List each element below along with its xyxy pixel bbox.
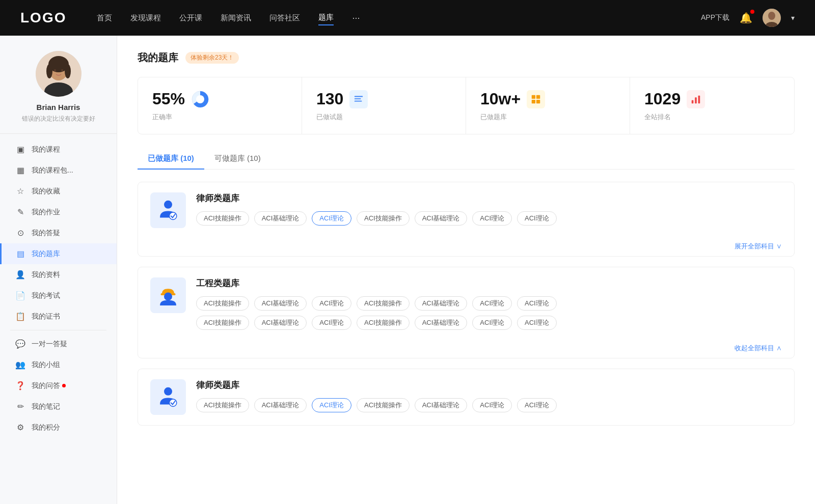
question-icon: ❓	[15, 381, 25, 390]
tag-active[interactable]: ACI理论	[312, 211, 351, 226]
grid-icon	[527, 90, 545, 108]
tag[interactable]: ACI基础理论	[415, 296, 468, 311]
tab-todo[interactable]: 可做题库 (10)	[204, 149, 271, 170]
tag[interactable]: ACI技能操作	[196, 296, 249, 311]
tag-active[interactable]: ACI理论	[312, 398, 351, 412]
tag[interactable]: ACI理论	[517, 398, 557, 412]
sidebar-item-label: 我的小组	[32, 360, 60, 370]
sidebar-item-certificate[interactable]: 📋 我的证书	[0, 306, 117, 327]
nav-discover[interactable]: 发现课程	[130, 11, 161, 25]
svg-point-27	[164, 387, 172, 396]
tag[interactable]: ACI基础理论	[254, 296, 307, 311]
tag[interactable]: ACI技能操作	[196, 316, 249, 330]
tag-row-1: ACI技能操作 ACI基础理论 ACI理论 ACI技能操作 ACI基础理论 AC…	[196, 296, 782, 311]
svg-point-23	[164, 201, 172, 209]
notification-dot	[62, 384, 66, 387]
topic-card-inner: 工程类题库 ACI技能操作 ACI基础理论 ACI理论 ACI技能操作 ACI基…	[138, 267, 794, 340]
sidebar-item-label: 我的问答	[32, 381, 60, 390]
sidebar-item-label: 我的课程包...	[32, 166, 73, 175]
svg-point-28	[169, 399, 176, 406]
user-name: Brian Harris	[0, 103, 117, 111]
stat-done-questions: 130 已做试题	[302, 77, 466, 134]
logo[interactable]: LOGO	[20, 10, 66, 26]
app-download-button[interactable]: APP下载	[701, 13, 729, 22]
tag[interactable]: ACI基础理论	[254, 398, 307, 412]
lawyer-icon-2	[150, 379, 186, 415]
sidebar: Brian Harris 错误的决定比没有决定要好 ▣ 我的课程 ▦ 我的课程包…	[0, 36, 117, 504]
svg-rect-16	[532, 95, 535, 98]
group-icon: 👥	[15, 360, 25, 370]
stat-label: 正确率	[152, 113, 287, 122]
tag[interactable]: ACI理论	[517, 316, 557, 330]
expand-link[interactable]: 展开全部科目 ∨	[735, 242, 782, 250]
sidebar-item-label: 我的收藏	[32, 187, 60, 196]
tab-done[interactable]: 已做题库 (10)	[138, 149, 204, 170]
nav-home[interactable]: 首页	[97, 11, 112, 25]
nav-more[interactable]: ···	[352, 13, 360, 23]
tag[interactable]: ACI理论	[517, 296, 557, 311]
trial-badge: 体验剩余23天！	[185, 52, 239, 64]
user-avatar-header[interactable]	[763, 9, 781, 27]
tag[interactable]: ACI理论	[472, 398, 512, 412]
tag[interactable]: ACI基础理论	[254, 211, 307, 226]
tag[interactable]: ACI技能操作	[357, 211, 410, 226]
bell-icon[interactable]: 🔔	[740, 12, 752, 24]
tag[interactable]: ACI理论	[472, 316, 512, 330]
nav-qa[interactable]: 问答社区	[269, 11, 300, 25]
stat-top: 55%	[152, 90, 287, 108]
topic-content: 律师类题库 ACI技能操作 ACI基础理论 ACI理论 ACI技能操作 ACI基…	[196, 192, 782, 226]
stat-accuracy: 55% 正确率	[138, 77, 302, 134]
tag[interactable]: ACI技能操作	[196, 398, 249, 412]
tag[interactable]: ACI理论	[312, 296, 351, 311]
exam-icon: 📄	[15, 291, 25, 300]
nav-quiz[interactable]: 题库	[318, 11, 334, 25]
tag[interactable]: ACI理论	[472, 296, 512, 311]
sidebar-item-homework[interactable]: ✎ 我的作业	[0, 202, 117, 222]
sidebar-item-quiz[interactable]: ▤ 我的题库	[0, 243, 117, 264]
tag[interactable]: ACI基础理论	[254, 316, 307, 330]
sidebar-item-exam[interactable]: 📄 我的考试	[0, 285, 117, 306]
list-icon	[349, 90, 368, 108]
tag[interactable]: ACI理论	[472, 211, 512, 226]
header: LOGO 首页 发现课程 公开课 新闻资讯 问答社区 题库 ··· APP下载 …	[0, 0, 815, 36]
collapse-link[interactable]: 收起全部科目 ∧	[735, 344, 782, 352]
tag[interactable]: ACI基础理论	[415, 316, 468, 330]
tag[interactable]: ACI技能操作	[357, 316, 410, 330]
quiz-icon: ▤	[15, 249, 25, 259]
chevron-down-icon[interactable]: ▾	[791, 14, 795, 22]
stat-label: 已做试题	[316, 113, 451, 122]
user-motto: 错误的决定比没有决定要好	[0, 115, 117, 123]
page-title: 我的题库	[138, 51, 178, 65]
svg-rect-22	[698, 95, 700, 103]
bell-badge	[750, 10, 754, 14]
sidebar-item-label: 我的资料	[32, 270, 60, 279]
topic-content: 工程类题库 ACI技能操作 ACI基础理论 ACI理论 ACI技能操作 ACI基…	[196, 277, 782, 330]
svg-point-24	[169, 212, 176, 219]
sidebar-item-tutor[interactable]: 💬 一对一答疑	[0, 333, 117, 354]
tabs-row: 已做题库 (10) 可做题库 (10)	[138, 149, 795, 170]
tag[interactable]: ACI基础理论	[415, 211, 468, 226]
tag[interactable]: ACI技能操作	[357, 398, 410, 412]
tag[interactable]: ACI理论	[312, 316, 351, 330]
stat-top: 130	[316, 90, 451, 108]
sidebar-item-questions[interactable]: ❓ 我的问答	[0, 375, 117, 396]
sidebar-item-course-pack[interactable]: ▦ 我的课程包...	[0, 160, 117, 181]
topic-card-inner: 律师类题库 ACI技能操作 ACI基础理论 ACI理论 ACI技能操作 ACI基…	[138, 182, 794, 238]
certificate-icon: 📋	[15, 312, 25, 321]
tag[interactable]: ACI技能操作	[196, 211, 249, 226]
sidebar-item-my-course[interactable]: ▣ 我的课程	[0, 139, 117, 160]
tag[interactable]: ACI技能操作	[357, 296, 410, 311]
sidebar-item-qa[interactable]: ⊙ 我的答疑	[0, 222, 117, 243]
tag[interactable]: ACI基础理论	[415, 398, 468, 412]
nav-mooc[interactable]: 公开课	[179, 11, 202, 25]
nav-news[interactable]: 新闻资讯	[221, 11, 251, 25]
tag[interactable]: ACI理论	[517, 211, 557, 226]
sidebar-item-points[interactable]: ⚙ 我的积分	[0, 417, 117, 438]
sidebar-item-label: 我的积分	[32, 423, 60, 432]
svg-point-8	[65, 64, 71, 78]
sidebar-item-materials[interactable]: 👤 我的资料	[0, 264, 117, 285]
materials-icon: 👤	[15, 270, 25, 279]
sidebar-item-notes[interactable]: ✏ 我的笔记	[0, 396, 117, 417]
sidebar-item-group[interactable]: 👥 我的小组	[0, 354, 117, 375]
sidebar-item-favorites[interactable]: ☆ 我的收藏	[0, 181, 117, 202]
